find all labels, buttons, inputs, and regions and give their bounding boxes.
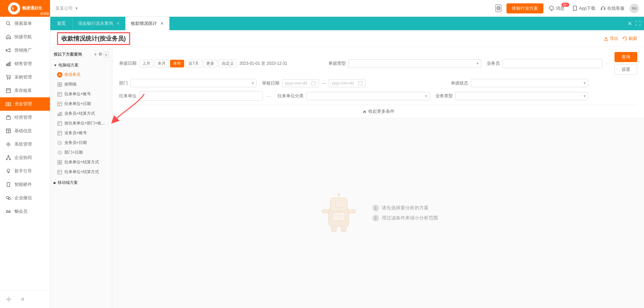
- partner-input[interactable]: [139, 91, 263, 101]
- svg-rect-41: [58, 102, 62, 106]
- sidebar-item-quick-nav[interactable]: 快捷导航: [0, 30, 50, 44]
- dept-select[interactable]: [130, 79, 257, 87]
- standard-tag: 标准版: [40, 12, 49, 16]
- dept-label: 部门: [119, 80, 128, 86]
- scheme-add-btn[interactable]: +: [94, 52, 97, 57]
- collapse-more-btn[interactable]: 收起更多条件: [119, 105, 637, 118]
- filter-settings-btn[interactable]: 设置: [614, 64, 637, 75]
- tab-collection-stats[interactable]: 收款情况统计 ✕: [125, 17, 169, 30]
- user-avatar[interactable]: Rit: [630, 4, 639, 13]
- review-date-to[interactable]: yyyy-mm-dd: [329, 79, 366, 87]
- scheme-item-by-detail[interactable]: 按明细: [50, 80, 112, 89]
- scheme-item-sales-account[interactable]: 业务员+账号: [50, 128, 112, 138]
- partner-more-btn[interactable]: ···: [265, 93, 272, 99]
- right-panel: 单据日期 上月 本月 本年 近7天 更多 自定义 2023-01-01: [112, 47, 644, 308]
- scheme-item-partner-date[interactable]: 往来单位+日期: [50, 99, 112, 109]
- chart-icon: [5, 60, 12, 67]
- sidebar-item-member[interactable]: 畅会员: [0, 205, 50, 218]
- refresh-btn[interactable]: 刷新: [623, 36, 637, 42]
- sidebar: 6 畅捷通好生 标准版 搜索菜单 快捷导航 营销推广: [0, 0, 50, 308]
- scheme-item-partner-settlement2[interactable]: 往来单位+结算方式: [50, 167, 112, 177]
- single-type-select-wrap: [348, 59, 481, 68]
- svg-rect-62: [312, 82, 316, 85]
- date-btn-custom[interactable]: 自定义: [219, 60, 237, 67]
- sidebar-item-inventory[interactable]: 库存核算: [0, 84, 50, 97]
- scheme-item-sales-settlement[interactable]: 业务员+结算方式: [50, 109, 112, 118]
- scheme-panel-header: 按以下方案查询 + ⚙ «: [50, 50, 112, 59]
- sidebar-item-sales[interactable]: 销售管理: [0, 57, 50, 70]
- tab-close-window-btn[interactable]: ✕: [628, 20, 632, 27]
- scheme-item-dept-date[interactable]: 部门+日期: [50, 148, 112, 157]
- sidebar-settings-btn[interactable]: [3, 294, 14, 305]
- date-btn-more[interactable]: 更多: [203, 60, 217, 67]
- sidebar-item-hardware[interactable]: 智能硬件: [0, 178, 50, 191]
- filter-row-2: 部门 审核日期 yyyy-mm-dd —: [119, 79, 637, 87]
- scheme-item-by-salesperson[interactable]: 按业务员: [50, 70, 112, 80]
- sidebar-item-purchase[interactable]: 采购管理: [0, 70, 50, 84]
- vip-icon: [5, 208, 12, 215]
- app-download-area[interactable]: App下载: [572, 5, 595, 11]
- sidebar-item-wechat[interactable]: 企业微信: [0, 191, 50, 205]
- salesperson-input[interactable]: [502, 59, 602, 68]
- scheme-collapse-btn[interactable]: «: [104, 52, 109, 57]
- scheme-settings-btn[interactable]: ⚙: [98, 52, 102, 57]
- date-btn-last-month[interactable]: 上月: [139, 60, 153, 67]
- table2-icon-1: [57, 92, 62, 97]
- online-service-area[interactable]: 在线客服: [600, 5, 625, 11]
- scheme-item-partner-dept-collect[interactable]: 按往来单位+部门+收...: [50, 118, 112, 128]
- sidebar-item-basic-info[interactable]: 基础信息: [0, 124, 50, 138]
- date-btn-last-7-days[interactable]: 近7天: [185, 60, 202, 67]
- query-btn[interactable]: 查询: [614, 52, 637, 62]
- svg-rect-46: [61, 112, 62, 116]
- sidebar-bottom: [0, 290, 50, 308]
- single-status-select[interactable]: [471, 79, 588, 87]
- scheme-item-partner-account[interactable]: 往来单位+账号: [50, 89, 112, 99]
- table2-icon-4: [57, 131, 62, 136]
- tab-collection-stats-close[interactable]: ✕: [160, 21, 164, 26]
- svg-rect-45: [59, 113, 60, 116]
- review-date-from[interactable]: yyyy-mm-dd: [282, 79, 319, 87]
- single-type-select[interactable]: [348, 59, 481, 68]
- tab-home[interactable]: 首页: [50, 17, 73, 30]
- message-area[interactable]: 消息 99+: [548, 5, 565, 11]
- svg-point-12: [8, 104, 9, 105]
- sidebar-item-system[interactable]: 系统管理: [0, 138, 50, 151]
- scheme-item-sales-date[interactable]: 业务员+日期: [50, 138, 112, 148]
- export-btn[interactable]: 导出: [604, 36, 619, 42]
- tab-bank-flow-close[interactable]: ✕: [116, 21, 120, 26]
- svg-line-3: [9, 24, 10, 25]
- scheme-group-desktop: ▼ 电脑端方案 按业务员 按: [50, 61, 112, 177]
- scheme-item-partner-settlement1[interactable]: 往来单位+结算方式: [50, 157, 112, 167]
- empty-state: 1 请先选择要分析的方案 2 用过滤条件来缩小分析范围: [112, 118, 644, 308]
- svg-rect-50: [58, 131, 62, 135]
- sidebar-item-enterprise[interactable]: 企业协同: [0, 151, 50, 164]
- settings-icon: [5, 141, 12, 148]
- scheme-group-mobile-title[interactable]: ▶ 移动端方案: [50, 178, 112, 187]
- sidebar-item-guide[interactable]: 新手引导: [0, 164, 50, 178]
- sidebar-item-finance[interactable]: 资金管理: [0, 97, 50, 111]
- scheme-group-mobile: ▶ 移动端方案: [50, 178, 112, 187]
- tab-bank-flow[interactable]: 现金银行流水查询 ✕: [73, 17, 125, 30]
- header-gear-btn[interactable]: ⚙: [495, 4, 501, 12]
- dept-select-wrap: [130, 79, 257, 87]
- sidebar-collapse-btn[interactable]: [17, 294, 28, 305]
- sidebar-item-search-menu[interactable]: 搜索菜单: [0, 17, 50, 30]
- sidebar-item-marketing[interactable]: 营销推广: [0, 44, 50, 57]
- business-type-select[interactable]: [455, 92, 588, 100]
- tab-maximize-btn[interactable]: ⛶: [635, 20, 641, 27]
- tabs-right: ✕ ⛶: [628, 20, 644, 27]
- date-btn-this-year[interactable]: 本年: [170, 60, 184, 67]
- sidebar-item-operations[interactable]: 经营管理: [0, 111, 50, 124]
- date-btn-this-month[interactable]: 本月: [155, 60, 169, 67]
- salesperson-label: 业务员: [487, 60, 500, 66]
- svg-point-33: [59, 73, 60, 75]
- scheme-group-desktop-title[interactable]: ▼ 电脑端方案: [50, 61, 112, 70]
- partner-category-select[interactable]: [306, 92, 430, 100]
- svg-rect-76: [331, 226, 336, 232]
- salesperson-more-btn[interactable]: ···: [605, 61, 609, 66]
- tip-number-2: 2: [372, 215, 379, 221]
- empty-tip-2: 2 用过滤条件来缩小分析范围: [372, 215, 438, 221]
- svg-rect-65: [358, 82, 362, 85]
- single-status-label: 单据状态: [451, 80, 468, 86]
- trial-btn[interactable]: 体验行业方案: [506, 3, 543, 13]
